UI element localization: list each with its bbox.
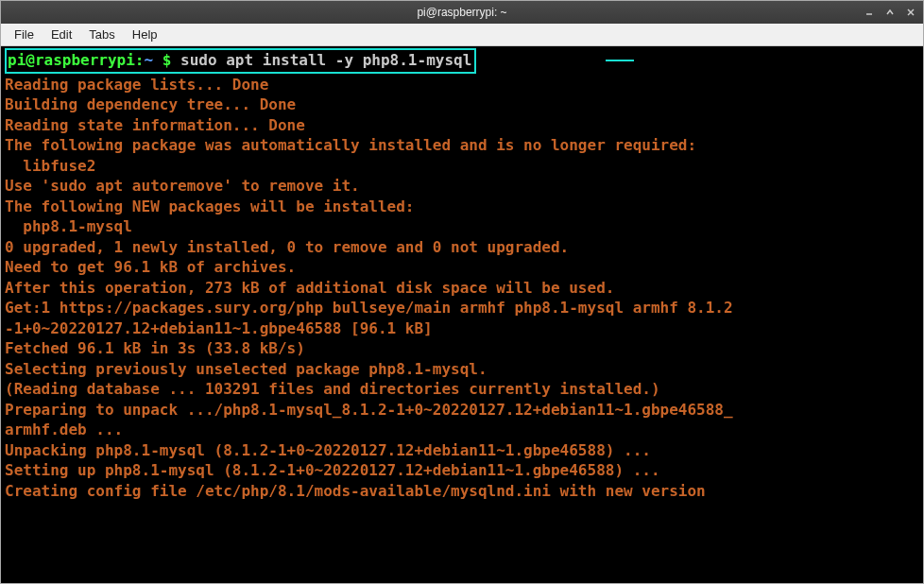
terminal-output-line: -1+0~20220127.12+debian11~1.gbpe46588 [9… <box>5 318 919 339</box>
menu-help[interactable]: Help <box>125 26 165 43</box>
highlighted-command-box: pi@raspberrypi:~ $ sudo apt install -y p… <box>5 48 476 74</box>
terminal-output-line: Need to get 96.1 kB of archives. <box>5 257 919 278</box>
terminal-window: pi@raspberrypi: ~ File Edit Tabs Help pi… <box>0 0 924 584</box>
terminal-output-line: php8.1-mysql <box>5 216 919 237</box>
maximize-icon[interactable] <box>883 6 897 19</box>
terminal-output-line: Selecting previously unselected package … <box>5 359 919 380</box>
prompt-dollar: $ <box>153 51 180 69</box>
terminal-output-line: Preparing to unpack .../php8.1-mysql_8.1… <box>5 400 919 421</box>
terminal-output-line: After this operation, 273 kB of addition… <box>5 278 919 299</box>
terminal-output-line: The following NEW packages will be insta… <box>5 197 919 217</box>
terminal-output-line: Reading state information... Done <box>5 115 919 136</box>
menu-tabs[interactable]: Tabs <box>81 26 122 43</box>
terminal-output-line: Use 'sudo apt autoremove' to remove it. <box>5 176 919 197</box>
close-icon[interactable] <box>904 6 917 19</box>
terminal-output-line: The following package was automatically … <box>5 135 919 156</box>
menu-file[interactable]: File <box>7 26 42 43</box>
terminal-output-line: 0 upgraded, 1 newly installed, 0 to remo… <box>5 237 919 258</box>
minimize-icon[interactable] <box>863 6 876 19</box>
titlebar[interactable]: pi@raspberrypi: ~ <box>1 1 923 24</box>
prompt-command: sudo apt install -y php8.1-mysql <box>180 51 471 69</box>
terminal-area[interactable]: pi@raspberrypi:~ $ sudo apt install -y p… <box>1 46 923 583</box>
window-title: pi@raspberrypi: ~ <box>417 6 506 19</box>
terminal-output-line: Building dependency tree... Done <box>5 94 919 115</box>
terminal-output-line: (Reading database ... 103291 files and d… <box>5 379 919 400</box>
terminal-output-line: Creating config file /etc/php/8.1/mods-a… <box>5 481 919 502</box>
prompt-user-host: pi@raspberrypi <box>8 51 135 69</box>
terminal-output-line: Reading package lists... Done <box>5 75 919 95</box>
terminal-output-line: Get:1 https://packages.sury.org/php bull… <box>5 298 919 318</box>
terminal-output-line: Setting up php8.1-mysql (8.1.2-1+0~20220… <box>5 460 919 481</box>
terminal-output-line: Unpacking php8.1-mysql (8.1.2-1+0~202201… <box>5 440 919 461</box>
window-controls <box>863 6 917 19</box>
prompt-path: ~ <box>145 51 154 69</box>
terminal-output-line: Fetched 96.1 kB in 3s (33.8 kB/s) <box>5 338 919 359</box>
callout-arrow-icon <box>606 60 634 61</box>
prompt-colon: : <box>135 51 145 69</box>
menubar: File Edit Tabs Help <box>1 24 923 46</box>
terminal-output-line: armhf.deb ... <box>5 420 919 440</box>
menu-edit[interactable]: Edit <box>43 26 79 43</box>
terminal-output-line: libfuse2 <box>5 156 919 177</box>
